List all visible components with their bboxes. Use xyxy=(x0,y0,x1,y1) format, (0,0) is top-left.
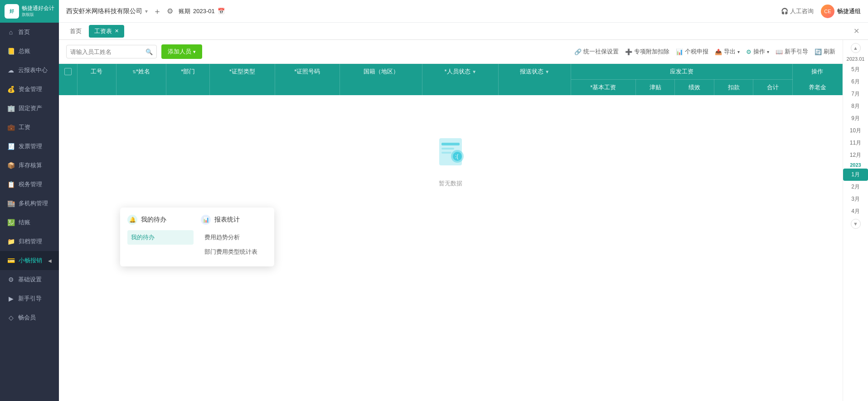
avatar-text: CE xyxy=(824,9,831,14)
period-selector[interactable]: 账期 2023-01 📅 xyxy=(179,7,225,15)
timeline-month-3[interactable]: 3月 xyxy=(843,193,868,205)
service-button[interactable]: 🎧 人工咨询 xyxy=(781,7,814,15)
timeline-month-9[interactable]: 9月 xyxy=(843,112,868,125)
action-guide[interactable]: 📖 新手引导 xyxy=(776,48,808,56)
action-guide-label: 新手引导 xyxy=(785,48,808,56)
sidebar-item-cloud-report[interactable]: ☁ 云报表中心 xyxy=(0,61,59,80)
logo-title: 畅捷通好会计 xyxy=(22,5,54,12)
service-label: 人工咨询 xyxy=(790,7,814,15)
action-operations[interactable]: ⚙ 操作 ▾ xyxy=(746,48,769,56)
invoice-icon: 🧾 xyxy=(7,143,15,150)
sidebar-menu: ⌂ 首页 📒 总账 ☁ 云报表中心 💰 资金管理 🏢 固定资产 💼 工资 🧾 发… xyxy=(0,23,59,401)
add-person-label: 添加人员 xyxy=(168,48,191,56)
timeline-month-12[interactable]: 12月 xyxy=(843,149,868,161)
topbar: 西安虾米网络科技有限公司 ▾ ＋ ⚙ 账期 2023-01 📅 🎧 人工咨询 C… xyxy=(59,0,868,23)
sidebar-item-xiaochang[interactable]: 💳 小畅报销 ◀ xyxy=(0,251,59,270)
search-box[interactable]: 🔍 xyxy=(66,45,157,58)
salary-icon: 💼 xyxy=(7,124,15,131)
logo-text-block: 畅捷通好会计 旗舰版 xyxy=(22,5,54,18)
sidebar-item-guide[interactable]: ▶ 新手引导 xyxy=(0,289,59,308)
header-name[interactable]: ⇅*姓名 xyxy=(116,64,166,80)
tab-home[interactable]: 首页 xyxy=(64,25,87,38)
sidebar-item-tax[interactable]: 📋 税务管理 xyxy=(0,175,59,194)
report-icon: 📊 xyxy=(201,215,211,225)
topbar-right: 🎧 人工咨询 CE 畅捷通组 xyxy=(781,5,861,18)
sidebar-item-ledger[interactable]: 📒 总账 xyxy=(0,42,59,61)
tab-salary-label: 工资表 xyxy=(94,27,112,35)
header-checkbox[interactable] xyxy=(59,64,77,80)
action-refresh[interactable]: 🔄 刷新 xyxy=(815,48,835,56)
todo-title-text: 我的待办 xyxy=(141,216,166,224)
add-person-button[interactable]: 添加人员 ▾ xyxy=(161,44,202,59)
toolbar: 🔍 添加人员 ▾ 🔗 统一社保设置 ➕ 专项附加扣除 xyxy=(59,40,843,64)
sidebar-item-archive[interactable]: 📁 归档管理 xyxy=(0,232,59,251)
settings-button[interactable]: ⚙ xyxy=(167,7,173,15)
sidebar-item-home[interactable]: ⌂ 首页 xyxy=(0,23,59,42)
sidebar-collapse-icon: ◀ xyxy=(48,258,52,263)
sidebar-label-inventory: 库存核算 xyxy=(19,161,42,169)
timeline-month-6[interactable]: 6月 xyxy=(843,76,868,88)
header-total: 合计 xyxy=(753,80,792,96)
tab-salary-table[interactable]: 工资表 ✕ xyxy=(89,25,124,38)
sidebar-item-multi-org[interactable]: 🏬 多机构管理 xyxy=(0,194,59,213)
sidebar-item-fixed-asset[interactable]: 🏢 固定资产 xyxy=(0,99,59,118)
sidebar-item-salary[interactable]: 💼 工资 xyxy=(0,118,59,137)
member-icon: ◇ xyxy=(7,314,15,321)
timeline-month-8[interactable]: 8月 xyxy=(843,100,868,112)
filter-icon-send: ▼ xyxy=(545,69,549,74)
sidebar-label-multi: 多机构管理 xyxy=(19,199,48,208)
timeline-month-5[interactable]: 5月 xyxy=(843,63,868,76)
empty-state: :( 暂无数据 xyxy=(59,95,843,224)
popup-item-cost-trend[interactable]: 费用趋势分析 xyxy=(201,230,267,245)
action-tax-label: 个税申报 xyxy=(685,48,708,56)
period-label: 账期 xyxy=(179,7,190,15)
action-export[interactable]: 📤 导出 ▾ xyxy=(715,48,740,56)
my-todo-label: 我的待办 xyxy=(131,234,155,241)
svg-text::(: :( xyxy=(455,153,458,159)
timeline-month-7[interactable]: 7月 xyxy=(843,88,868,100)
action-social-security[interactable]: 🔗 统一社保设置 xyxy=(574,48,619,56)
header-person-status[interactable]: *人员状态 ▼ xyxy=(422,64,499,80)
action-special-deduction[interactable]: ➕ 专项附加扣除 xyxy=(625,48,669,56)
header-actions: 操作 xyxy=(792,64,842,80)
timeline-down-button[interactable]: ▼ xyxy=(851,219,861,229)
header-send-status[interactable]: 报送状态 ▼ xyxy=(499,64,571,80)
sidebar-item-fund[interactable]: 💰 资金管理 xyxy=(0,80,59,99)
export-icon: 📤 xyxy=(715,48,722,55)
header-empty-2 xyxy=(77,80,116,96)
guide-toolbar-icon: 📖 xyxy=(776,48,783,55)
select-all-checkbox[interactable] xyxy=(64,68,72,75)
action-refresh-label: 刷新 xyxy=(824,48,835,56)
refresh-icon: 🔄 xyxy=(815,48,822,55)
timeline-month-10[interactable]: 10月 xyxy=(843,125,868,137)
popup-item-dept-cost[interactable]: 部门费用类型统计表 xyxy=(201,245,267,259)
header-pension: 养老金 xyxy=(792,80,842,96)
sidebar-item-invoice[interactable]: 🧾 发票管理 xyxy=(0,137,59,156)
svg-rect-1 xyxy=(441,143,460,145)
tab-panel-close-button[interactable]: ✕ xyxy=(850,25,863,38)
sidebar-label-fund: 资金管理 xyxy=(19,85,42,93)
sidebar-item-member[interactable]: ◇ 畅会员 xyxy=(0,308,59,327)
action-tax-report[interactable]: 📊 个税申报 xyxy=(676,48,708,56)
timeline-up-button[interactable]: ▲ xyxy=(851,43,861,53)
company-name: 西安虾米网络科技有限公司 xyxy=(66,7,142,15)
dept-cost-label: 部门费用类型统计表 xyxy=(204,248,257,255)
calendar-icon: 📅 xyxy=(218,8,225,14)
salary-table: 工号 ⇅*姓名 *部门 *证型类型 *证照号码 国籍（地区） *人员状态 ▼ xyxy=(59,64,843,224)
sidebar-item-basic-settings[interactable]: ⚙ 基础设置 xyxy=(0,270,59,289)
timeline-month-11[interactable]: 11月 xyxy=(843,137,868,149)
timeline-month-1-active[interactable]: 1月 xyxy=(843,169,868,181)
popup-item-my-todo[interactable]: 我的待办 xyxy=(127,230,194,245)
sidebar-item-inventory[interactable]: 📦 库存核算 xyxy=(0,156,59,175)
tab-close-icon[interactable]: ✕ xyxy=(115,28,119,34)
company-selector[interactable]: 西安虾米网络科技有限公司 ▾ xyxy=(66,7,148,15)
user-menu[interactable]: CE 畅捷通组 xyxy=(821,5,861,18)
operations-icon: ⚙ xyxy=(746,48,752,55)
timeline-month-2[interactable]: 2月 xyxy=(843,181,868,193)
add-company-button[interactable]: ＋ xyxy=(153,6,161,17)
svg-rect-3 xyxy=(441,152,451,154)
header-employee-no: 工号 xyxy=(77,64,116,80)
timeline-month-4[interactable]: 4月 xyxy=(843,205,868,217)
sidebar-item-settlement[interactable]: 💹 结账 xyxy=(0,213,59,232)
search-input[interactable] xyxy=(70,48,143,55)
